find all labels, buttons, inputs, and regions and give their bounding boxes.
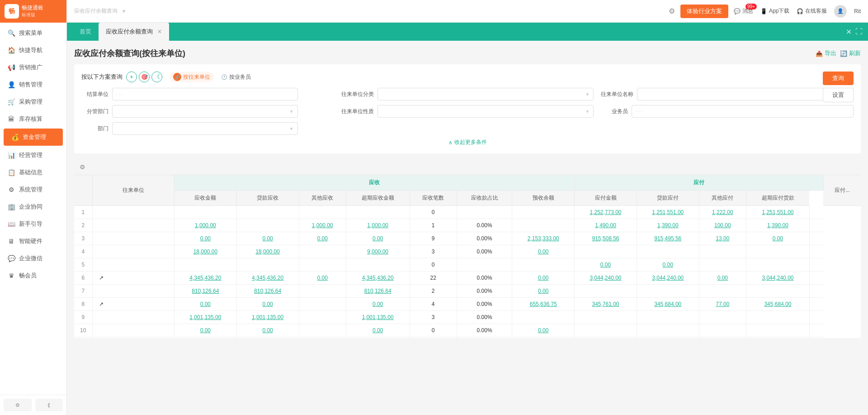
cell-ap_amount[interactable]: 345,761.00: [575, 298, 637, 311]
sidebar-item-hardware[interactable]: 🖥智能硬件: [0, 233, 66, 250]
cell-ar_amount[interactable]: 4,345,436.20: [175, 272, 237, 285]
cell-ar_other[interactable]: [299, 258, 346, 272]
cell-ap_other[interactable]: [699, 324, 746, 337]
cell-ap_overdue[interactable]: [746, 324, 810, 337]
cell-ap_amount[interactable]: [575, 245, 637, 258]
sidebar-item-marketing[interactable]: 📢营销推广: [0, 59, 66, 76]
sidebar-item-system[interactable]: ⚙系统管理: [0, 181, 66, 198]
cell-ap_other[interactable]: 1,222.00: [699, 206, 746, 219]
cell-ar_overdue[interactable]: [346, 206, 410, 219]
cell-ar_other[interactable]: [299, 311, 346, 324]
cell-ar_advance[interactable]: 0.00: [512, 245, 575, 258]
cell-ar_advance[interactable]: [512, 206, 575, 219]
cell-ar_other[interactable]: 1,000.00: [299, 219, 346, 232]
tab-home[interactable]: 首页: [72, 23, 99, 41]
cell-ap_other[interactable]: 100.00: [699, 219, 746, 232]
cell-ar_overdue[interactable]: 0.00: [346, 298, 410, 311]
app-download-button[interactable]: 📱 App下载: [760, 7, 789, 15]
tab-close-icon[interactable]: ✕: [157, 29, 162, 35]
sidebar-item-inventory[interactable]: 🏛库存核算: [0, 110, 66, 128]
username[interactable]: Rit: [854, 8, 861, 14]
cell-ar_advance[interactable]: [512, 219, 575, 232]
table-settings-icon[interactable]: ⚙: [80, 163, 85, 171]
cell-ar_amount[interactable]: 0.00: [175, 232, 237, 245]
settings-button[interactable]: 设置: [823, 88, 854, 102]
settlement-unit-field[interactable]: ···: [112, 88, 298, 100]
cell-ar_amount[interactable]: [175, 206, 237, 219]
cell-ap_loan[interactable]: 915,495.56: [637, 232, 699, 245]
customer-service-button[interactable]: 🎧 在线客服: [797, 7, 827, 15]
cell-ap_amount[interactable]: 3,044,240.00: [575, 272, 637, 285]
sidebar-item-finance[interactable]: 💰资金管理: [4, 129, 63, 146]
header-settings-icon[interactable]: ⚙: [669, 7, 675, 15]
cell-ar_loan[interactable]: 1,001,135.00: [236, 311, 299, 324]
cell-ar_advance[interactable]: [512, 258, 575, 272]
cell-ar_other[interactable]: [299, 245, 346, 258]
cell-ar_amount[interactable]: 810,126.64: [175, 285, 237, 298]
cell-ap_amount[interactable]: [575, 337, 637, 339]
sidebar-collapse-btn[interactable]: ⟪: [35, 399, 63, 411]
cell-ap_loan[interactable]: [637, 337, 699, 339]
sidebar-item-purchase[interactable]: 🛒采购管理: [0, 93, 66, 110]
cell-ar_amount[interactable]: 1,000.00: [175, 219, 237, 232]
cell-ap_loan[interactable]: [637, 285, 699, 298]
cell-ar_overdue[interactable]: 1,000.00: [346, 219, 410, 232]
sidebar-settings-btn[interactable]: ⚙: [4, 399, 32, 411]
cell-ar_other[interactable]: 0.00: [299, 272, 346, 285]
cell-ar_overdue[interactable]: 4,345,436.20: [346, 272, 410, 285]
cell-ap_loan[interactable]: [637, 245, 699, 258]
scheme-by-unit[interactable]: 🔗 按往来单位: [170, 72, 214, 82]
cell-ar_loan[interactable]: 810,126.64: [236, 285, 299, 298]
cell-ap_overdue[interactable]: 1,390.00: [746, 219, 810, 232]
cell-ar_advance[interactable]: 0.00: [512, 324, 575, 337]
cell-ar_advance[interactable]: 0.00: [512, 272, 575, 285]
tab-expand-icon[interactable]: ⛶: [855, 28, 863, 36]
managed-dept-field[interactable]: ▼: [112, 105, 298, 118]
user-avatar[interactable]: 👤: [834, 5, 847, 18]
cell-ap_loan[interactable]: 3,044,240.00: [637, 272, 699, 285]
cell-ap_overdue[interactable]: [746, 245, 810, 258]
cell-ap_overdue[interactable]: [746, 285, 810, 298]
cell-ar_overdue[interactable]: 9,000.00: [346, 245, 410, 258]
cell-ap_overdue[interactable]: 1,251,551.00: [746, 206, 810, 219]
cell-ar_other[interactable]: 0.00: [299, 232, 346, 245]
cell-ar_loan[interactable]: 18,000.00: [236, 245, 299, 258]
cell-ar_loan[interactable]: 0.00: [236, 324, 299, 337]
cell-ar_overdue[interactable]: 810,126.64: [346, 285, 410, 298]
cell-ar_other[interactable]: [299, 298, 346, 311]
sidebar-item-enterprise[interactable]: 🏢企业协同: [0, 198, 66, 215]
cell-ap_overdue[interactable]: [746, 311, 810, 324]
partner-category-field[interactable]: ▼: [377, 88, 594, 100]
cell-ap_amount[interactable]: 915,508.56: [575, 232, 637, 245]
edit-filter-btn[interactable]: 🎯: [139, 72, 150, 82]
cell-ap_amount[interactable]: [575, 311, 637, 324]
cell-ar_loan[interactable]: 152.00: [236, 337, 299, 339]
cell-ar_overdue[interactable]: 0.00: [346, 232, 410, 245]
sidebar-item-business[interactable]: 📊经营管理: [0, 147, 66, 164]
cell-ar_advance[interactable]: 655,636.75: [512, 298, 575, 311]
more-filter-btn[interactable]: 《: [151, 72, 162, 82]
collapse-button[interactable]: ∧ 收起更多条件: [448, 138, 487, 146]
cell-ar_amount[interactable]: 0.00: [175, 324, 237, 337]
notification-button[interactable]: 💬 消息 99+: [734, 7, 753, 15]
cell-ar_overdue[interactable]: 101.00: [346, 337, 410, 339]
export-button[interactable]: 📤 导出: [816, 49, 836, 57]
cell-ap_amount[interactable]: 1,252,773.00: [575, 206, 637, 219]
cell-ap_overdue[interactable]: 345,684.00: [746, 298, 810, 311]
cell-ap_amount[interactable]: [575, 285, 637, 298]
cell-ap_overdue[interactable]: 0.00: [746, 232, 810, 245]
cell-ap_amount[interactable]: 1,490.00: [575, 219, 637, 232]
refresh-button[interactable]: 🔄 刷新: [840, 49, 861, 57]
tab-close-all-icon[interactable]: ✕: [846, 28, 852, 36]
cell-ap_loan[interactable]: 1,390.00: [637, 219, 699, 232]
cell-ar_amount[interactable]: 0.00: [175, 298, 237, 311]
cell-ap_amount[interactable]: [575, 324, 637, 337]
sidebar-item-wechat[interactable]: 💬企业微信: [0, 250, 66, 267]
cell-ap_other[interactable]: [699, 311, 746, 324]
cell-ap_loan[interactable]: 345,684.00: [637, 298, 699, 311]
cell-ap_other[interactable]: 13.00: [699, 232, 746, 245]
cell-ar_amount[interactable]: 18,000.00: [175, 245, 237, 258]
cell-ap_overdue[interactable]: [746, 337, 810, 339]
cell-ap_loan[interactable]: [637, 311, 699, 324]
cell-ar_loan[interactable]: 0.00: [236, 232, 299, 245]
